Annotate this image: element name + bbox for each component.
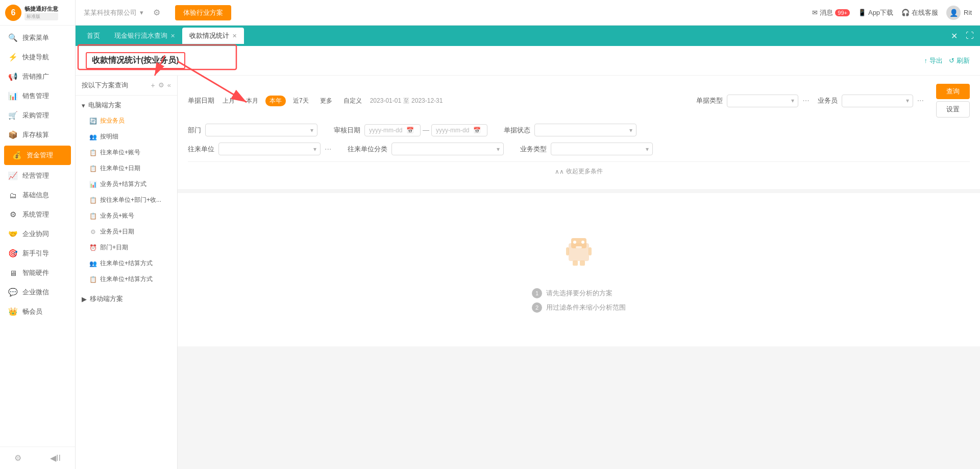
export-btn[interactable]: ↑ 导出 — [924, 56, 943, 65]
scheme-item-icon-10: 📋 — [89, 276, 97, 283]
refresh-icon: ↺ — [949, 57, 954, 64]
empty-state: 1 请先选择要分析的方案 2 用过滤条件来缩小分析范围 — [178, 193, 980, 346]
doc-type-select[interactable] — [727, 95, 798, 107]
date-tab-last-month[interactable]: 上月 — [218, 96, 239, 106]
sidebar-item-inventory[interactable]: 📦 库存核算 — [0, 125, 75, 145]
scheme-item-icon-0: 🔄 — [89, 118, 97, 125]
sidebar-item-marketing[interactable]: 📢 营销推广 — [0, 67, 75, 86]
purchase-icon: 🛒 — [8, 111, 17, 120]
filter-date: 单据日期 上月 本月 本年 近7天 更多 自定义 2023-01-01 至 — [188, 96, 443, 106]
date-tab-more[interactable]: 更多 — [316, 96, 336, 106]
date-tab-this-year[interactable]: 本年 — [265, 96, 286, 106]
sidebar-item-quick[interactable]: ⚡ 快捷导航 — [0, 48, 75, 67]
date-tab-7days[interactable]: 近7天 — [289, 96, 313, 106]
sidebar-settings-btn[interactable]: ⚙ — [10, 451, 26, 465]
sidebar-collapse-btn[interactable]: ◀II — [46, 451, 65, 465]
sidebar-item-hardware[interactable]: 🖥 智能硬件 — [0, 263, 75, 283]
scheme-item-partner-payment2[interactable]: 📋 往来单位+结算方式 — [76, 271, 177, 287]
scheme-item-partner-dept[interactable]: 📋 按往来单位+部门+收... — [76, 192, 177, 208]
salesman-more-icon[interactable]: ··· — [917, 96, 924, 105]
doc-status-select[interactable] — [534, 124, 636, 136]
collapse-btn[interactable]: ∧∧ 收起更多条件 — [555, 167, 603, 176]
user-area[interactable]: 👤 Rit — [946, 6, 972, 20]
svg-rect-6 — [589, 247, 592, 255]
refresh-btn[interactable]: ↺ 刷新 — [949, 56, 970, 65]
app-download-icon: 📱 — [858, 9, 866, 16]
maximize-icon[interactable]: ⛶ — [964, 29, 976, 43]
sidebar-item-search[interactable]: 🔍 搜索菜单 — [0, 28, 75, 48]
topbar: 某某科技有限公司 ▾ ⚙ 体验行业方案 ✉ 消息 99+ 📱 App下载 🎧 在… — [76, 0, 980, 26]
sidebar-item-sales[interactable]: 📊 销售管理 — [0, 86, 75, 106]
calendar-icon: 📅 — [406, 127, 414, 134]
filter-review-date: 审核日期 yyyy-mm-dd 📅 — yyyy-mm-dd 📅 — [334, 124, 487, 136]
scheme-item-partner-payment1[interactable]: 👥 往来单位+结算方式 — [76, 255, 177, 271]
date-range: 2023-01-01 至 2023-12-31 — [370, 97, 443, 105]
collapse-bar: ∧∧ 收起更多条件 — [188, 161, 970, 181]
scheme-item-icon-6: 📋 — [89, 213, 97, 220]
add-scheme-btn[interactable]: + — [151, 81, 155, 89]
svg-point-3 — [581, 241, 584, 244]
sidebar-item-enterprise[interactable]: 🤝 企业协同 — [0, 224, 75, 244]
sidebar-item-member[interactable]: 👑 畅会员 — [0, 302, 75, 321]
tab-home[interactable]: 首页 — [80, 31, 107, 40]
system-icon: ⚙ — [8, 210, 17, 219]
app-download-btn[interactable]: 📱 App下载 — [858, 8, 893, 17]
scheme-item-salesman-date[interactable]: ⚙ 业务员+日期 — [76, 224, 177, 240]
scheme-group-mobile-header[interactable]: ▶ 移动端方案 — [76, 291, 177, 307]
scheme-item-partner-account[interactable]: 📋 往来单位+账号 — [76, 145, 177, 160]
counterpart-type-select[interactable] — [391, 143, 504, 155]
calendar-icon-end: 📅 — [473, 127, 481, 134]
filter-area: 单据日期 上月 本月 本年 近7天 更多 自定义 2023-01-01 至 — [178, 76, 980, 189]
scheme-group-desktop-header[interactable]: ▾ 电脑端方案 — [76, 98, 177, 113]
doc-type-more-icon[interactable]: ··· — [802, 96, 809, 105]
review-date-end[interactable]: yyyy-mm-dd 📅 — [431, 124, 487, 136]
query-btn[interactable]: 查询 — [936, 84, 970, 99]
right-panel: 单据日期 上月 本月 本年 近7天 更多 自定义 2023-01-01 至 — [178, 76, 980, 469]
breadcrumb[interactable]: 某某科技有限公司 ▾ — [84, 8, 143, 17]
sidebar-item-operation[interactable]: 📈 经营管理 — [0, 166, 75, 185]
biz-type-select[interactable] — [551, 143, 653, 155]
close-all-tabs-icon[interactable]: ✕ — [949, 29, 960, 43]
scheme-settings-icon[interactable]: ⚙ — [158, 81, 164, 89]
date-tab-custom[interactable]: 自定义 — [339, 96, 366, 106]
trial-btn[interactable]: 体验行业方案 — [175, 5, 231, 20]
sidebar-item-basic[interactable]: 🗂 基础信息 — [0, 185, 75, 205]
marketing-icon: 📢 — [8, 72, 17, 81]
filter-biz-type: 业务类型 — [520, 143, 653, 155]
sidebar-item-wechat[interactable]: 💬 企业微信 — [0, 283, 75, 302]
sidebar-item-finance[interactable]: 💰 资金管理 — [4, 146, 71, 165]
date-tabs: 上月 本月 本年 近7天 更多 自定义 — [218, 96, 366, 106]
review-date-start[interactable]: yyyy-mm-dd 📅 — [364, 124, 421, 136]
date-tab-this-month[interactable]: 本月 — [242, 96, 262, 106]
scheme-item-by-salesman[interactable]: 🔄 按业务员 — [76, 113, 177, 129]
collapse-scheme-icon[interactable]: « — [167, 81, 171, 89]
scheme-item-salesman-account[interactable]: 📋 业务员+账号 — [76, 208, 177, 224]
dept-select[interactable] — [205, 124, 317, 136]
filter-row-2: 部门 审核日期 yyyy-mm-dd 📅 — [188, 124, 970, 136]
message-btn[interactable]: ✉ 消息 99+ — [812, 8, 850, 17]
scheme-item-icon-4: 📊 — [89, 181, 97, 188]
scheme-item-dept-date[interactable]: ⏰ 部门+日期 — [76, 240, 177, 255]
close-tab1-icon[interactable]: ✕ — [170, 33, 175, 39]
scheme-panel-header: 按以下方案查询 + ⚙ « — [76, 76, 177, 96]
scheme-item-by-detail[interactable]: 👥 按明细 — [76, 129, 177, 145]
empty-step-1: 1 请先选择要分析的方案 — [532, 288, 626, 298]
setting-btn[interactable]: 设置 — [936, 101, 970, 118]
scheme-item-icon-3: 📋 — [89, 165, 97, 172]
tab-bank-flow[interactable]: 现金银行流水查询 ✕ — [107, 28, 182, 44]
sidebar-item-purchase[interactable]: 🛒 采购管理 — [0, 106, 75, 125]
tab-receipt-stats[interactable]: 收款情况统计 ✕ — [182, 28, 244, 44]
salesman-select[interactable] — [842, 95, 913, 107]
scheme-item-salesman-payment[interactable]: 📊 业务员+结算方式 — [76, 176, 177, 192]
scheme-item-partner-date[interactable]: 📋 往来单位+日期 — [76, 160, 177, 176]
review-date-label: 审核日期 — [334, 126, 360, 135]
close-tab2-icon[interactable]: ✕ — [232, 33, 237, 39]
sidebar-item-system[interactable]: ⚙ 系统管理 — [0, 205, 75, 224]
online-service-btn[interactable]: 🎧 在线客服 — [901, 8, 938, 17]
counterpart-more-icon[interactable]: ··· — [325, 145, 331, 154]
counterpart-select[interactable] — [218, 143, 321, 155]
settings-gear-icon[interactable]: ⚙ — [150, 6, 164, 20]
sidebar-item-guide[interactable]: 🎯 新手引导 — [0, 244, 75, 263]
doc-type-select-wrapper — [727, 95, 798, 107]
salesman-label: 业务员 — [818, 96, 838, 105]
